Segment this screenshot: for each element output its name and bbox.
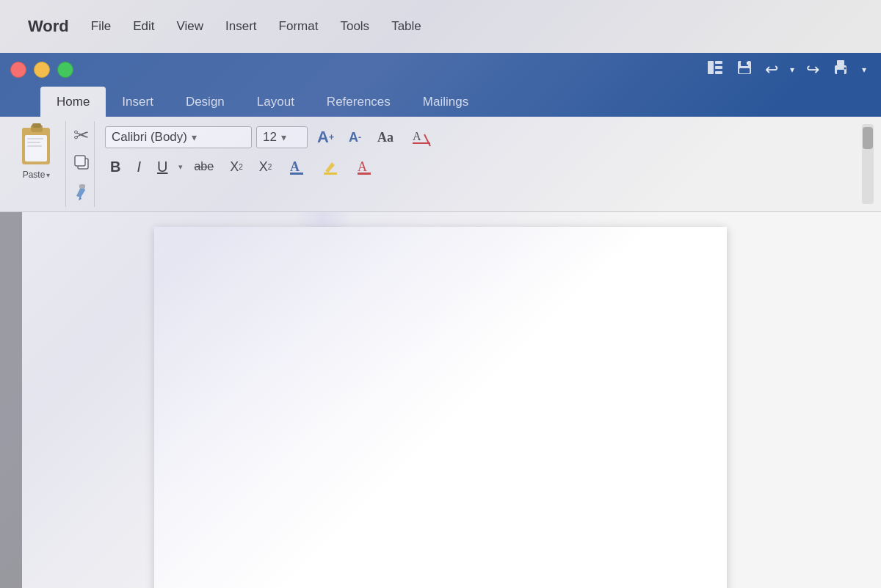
ribbon-tabs: Home Insert Design Layout References Mai…	[0, 87, 881, 117]
svg-rect-6	[739, 68, 750, 73]
tab-mailings[interactable]: Mailings	[407, 87, 485, 117]
menu-insert[interactable]: Insert	[221, 16, 261, 37]
tab-references[interactable]: References	[311, 87, 407, 117]
scissors-icon[interactable]: ✂	[73, 124, 90, 147]
highlight-color-button[interactable]	[316, 155, 344, 178]
undo-icon[interactable]: ↩	[765, 60, 778, 79]
font-name-selector[interactable]: Calibri (Body) ▾	[105, 126, 252, 148]
sidebar-toggle-icon[interactable]	[706, 59, 724, 81]
undo-dropdown-icon[interactable]: ▾	[790, 65, 794, 75]
clear-format-button[interactable]: A	[406, 124, 437, 150]
svg-text:A: A	[290, 159, 300, 174]
tab-home[interactable]: Home	[40, 87, 106, 117]
window-controls-area	[0, 53, 706, 87]
font-row-1: Calibri (Body) ▾ 12 ▾ A+ A- Aa	[105, 124, 849, 150]
font-row-2: B I U ▾ abe X2 X2	[105, 155, 849, 178]
svg-rect-9	[837, 60, 844, 65]
font-name-dropdown-icon[interactable]: ▾	[192, 131, 197, 143]
menu-view[interactable]: View	[173, 16, 209, 37]
close-button[interactable]	[10, 62, 26, 78]
font-size-text: 12	[263, 130, 277, 145]
ribbon-scroll-indicator	[862, 124, 874, 204]
svg-rect-18	[27, 145, 42, 147]
tab-layout[interactable]: Layout	[241, 87, 311, 117]
clipboard-section: Paste ▾	[7, 121, 66, 207]
svg-rect-10	[837, 70, 844, 74]
superscript-label: X	[259, 159, 268, 175]
superscript-button[interactable]: X2	[254, 156, 278, 178]
ribbon: ↩ ▾ ↪ ▾ Home Insert Desig	[0, 53, 881, 212]
ribbon-content-home: Paste ▾ ✂	[0, 117, 881, 212]
redo-icon[interactable]: ↪	[806, 60, 819, 79]
svg-text:A: A	[358, 159, 367, 174]
quick-access-dropdown-icon[interactable]: ▾	[862, 65, 866, 75]
copy-icon[interactable]	[73, 154, 90, 174]
menu-file[interactable]: File	[87, 16, 115, 37]
svg-rect-0	[708, 61, 714, 74]
left-panel-shadow	[0, 212, 22, 588]
tab-insert[interactable]: Insert	[106, 87, 170, 117]
screen: Word File Edit View Insert Format Tools …	[0, 0, 881, 588]
svg-rect-16	[27, 138, 43, 139]
svg-text:Aa: Aa	[377, 130, 394, 145]
font-size-dropdown-icon[interactable]: ▾	[281, 131, 286, 143]
subscript-label: X	[230, 159, 239, 175]
svg-rect-17	[27, 142, 40, 143]
italic-button[interactable]: I	[131, 156, 146, 178]
edit-tools-section: ✂	[70, 121, 95, 207]
strikethrough-label: abe	[194, 160, 214, 173]
menu-format[interactable]: Format	[275, 16, 323, 37]
svg-line-25	[424, 134, 430, 146]
font-color-button[interactable]: A	[283, 155, 311, 178]
svg-text:A: A	[413, 130, 421, 142]
underline-button[interactable]: U	[152, 156, 173, 178]
svg-rect-20	[75, 156, 85, 166]
strikethrough-button[interactable]: abe	[189, 157, 219, 176]
menu-table[interactable]: Table	[387, 16, 426, 37]
maximize-button[interactable]	[57, 62, 73, 78]
shrink-font-button[interactable]: A-	[344, 127, 366, 148]
svg-rect-2	[715, 66, 722, 69]
menu-edit[interactable]: Edit	[128, 16, 159, 37]
paste-dropdown-icon[interactable]: ▾	[46, 171, 50, 179]
menu-word[interactable]: Word	[23, 14, 73, 39]
font-name-text: Calibri (Body)	[112, 130, 187, 145]
svg-rect-28	[324, 173, 337, 175]
font-size-selector[interactable]: 12 ▾	[256, 126, 308, 148]
menu-tools[interactable]: Tools	[336, 16, 374, 37]
save-icon[interactable]	[736, 59, 753, 81]
character-shading-button[interactable]: A	[350, 155, 378, 178]
document-page[interactable]	[154, 227, 727, 588]
paste-label[interactable]: Paste	[23, 170, 46, 180]
minimize-button[interactable]	[34, 62, 50, 78]
svg-rect-27	[290, 173, 303, 175]
grow-font-button[interactable]: A+	[312, 125, 339, 150]
clipboard-icon	[18, 124, 56, 167]
underline-dropdown-icon[interactable]: ▾	[178, 162, 183, 172]
superscript-sup: 2	[268, 163, 272, 171]
svg-rect-1	[715, 61, 722, 64]
document-area	[0, 212, 881, 588]
subscript-button[interactable]: X2	[225, 156, 248, 178]
svg-rect-21	[79, 184, 85, 189]
change-case-button[interactable]: Aa	[371, 124, 402, 150]
svg-rect-3	[715, 71, 722, 74]
svg-point-11	[844, 68, 846, 70]
font-section: Calibri (Body) ▾ 12 ▾ A+ A- Aa	[99, 121, 855, 207]
tab-design[interactable]: Design	[170, 87, 241, 117]
bold-button[interactable]: B	[105, 156, 126, 178]
ribbon-top-row: ↩ ▾ ↪ ▾	[0, 53, 881, 87]
svg-rect-30	[358, 173, 371, 175]
svg-rect-7	[747, 62, 748, 65]
mac-menubar: Word File Edit View Insert Format Tools …	[0, 0, 881, 53]
format-brush-icon[interactable]	[73, 181, 90, 204]
svg-rect-14	[32, 123, 41, 128]
subscript-sub: 2	[239, 163, 243, 171]
print-icon[interactable]	[831, 58, 850, 81]
quick-access-toolbar: ↩ ▾ ↪ ▾	[706, 58, 881, 81]
